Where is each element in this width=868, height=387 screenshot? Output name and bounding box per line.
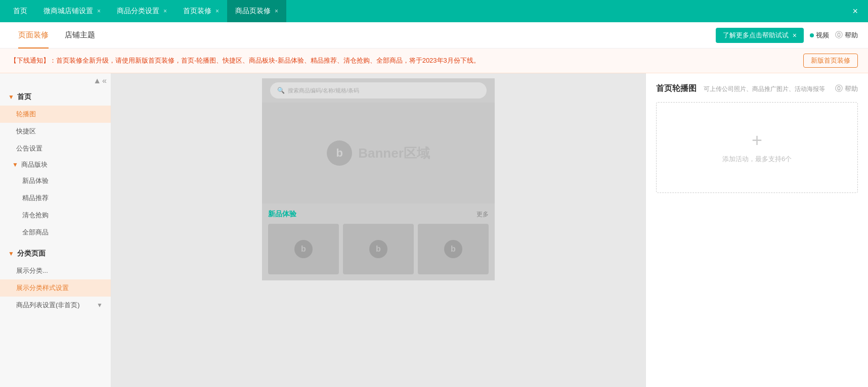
preview-products-section: 新品体验 更多 b b b <box>262 204 495 280</box>
section-arrow-home: ▼ <box>8 93 14 101</box>
section-arrow-category: ▼ <box>8 250 14 257</box>
product-icon-3: b <box>444 240 462 258</box>
subsection-arrow-product-blocks: ▼ <box>12 161 18 168</box>
sidebar-item-shortcuts[interactable]: 快捷区 <box>0 123 111 140</box>
tab-close-store-settings[interactable]: × <box>97 8 101 15</box>
notice-text: 【下线通知】：首页装修全新升级，请使用新版首页装修，首页-轮播图、快捷区、商品板… <box>10 56 480 65</box>
right-panel-header: 首页轮播图 可上传公司照片、商品推广图片、活动海报等 ⓪ 帮助 <box>656 83 858 94</box>
expand-icon: ▼ <box>97 302 103 309</box>
preview-search-input: 🔍 搜索商品编码/名称/规格/条码 <box>270 82 487 99</box>
product-icon-1: b <box>294 240 313 258</box>
video-link[interactable]: 视频 <box>810 31 829 40</box>
sidebar-item-new-experience[interactable]: 新品体验 <box>0 172 111 189</box>
tab-bar: 首页 微商城店铺设置 × 商品分类设置 × 首页装修 × 商品页装修 × × <box>0 0 868 22</box>
sidebar-item-carousel[interactable]: 轮播图 <box>0 106 111 123</box>
sidebar-item-announcement[interactable]: 公告设置 <box>0 140 111 157</box>
products-more: 更多 <box>476 210 489 219</box>
tab-category-settings[interactable]: 商品分类设置 × <box>109 0 175 22</box>
sidebar-item-product-list-settings[interactable]: 商品列表设置(非首页) ▼ <box>0 297 111 314</box>
preview-area: 🔍 搜索商品编码/名称/规格/条码 b Banner区域 新品体验 更多 <box>111 73 645 387</box>
help-link[interactable]: ⓪ 帮助 <box>835 30 858 40</box>
sub-tab-page-decor[interactable]: 页面装修 <box>10 22 57 49</box>
banner-logo-icon: b <box>327 140 352 166</box>
up-arrow-icon: ▲ <box>93 76 101 85</box>
add-plus-icon: + <box>752 131 762 150</box>
products-title: 新品体验 <box>268 210 296 219</box>
tab-close-product-decor[interactable]: × <box>275 8 278 15</box>
sidebar-collapse-button[interactable]: ▲ « <box>0 73 111 88</box>
sidebar-section-category[interactable]: ▼ 分类页面 <box>0 245 111 262</box>
help-circle-icon: ⓪ <box>835 84 843 93</box>
question-icon: ⓪ <box>835 30 843 40</box>
right-panel-title: 首页轮播图 <box>656 83 697 94</box>
product-icon-2: b <box>369 240 387 258</box>
main-layout: ▲ « ▼ 首页 轮播图 快捷区 公告设置 ▼ 商品版块 新品体验 精品推荐 清… <box>0 73 868 387</box>
sub-tab-right-actions: 了解更多点击帮助试试 × 视频 ⓪ 帮助 <box>716 28 858 43</box>
sidebar: ▲ « ▼ 首页 轮播图 快捷区 公告设置 ▼ 商品版块 新品体验 精品推荐 清… <box>0 73 111 387</box>
collapse-icon: « <box>102 76 107 85</box>
phone-preview: 🔍 搜索商品编码/名称/规格/条码 b Banner区域 新品体验 更多 <box>262 78 495 280</box>
product-card: b <box>343 224 414 274</box>
tab-home-decor[interactable]: 首页装修 × <box>175 0 227 22</box>
tab-close-home-decor[interactable]: × <box>215 8 219 15</box>
sidebar-section-home[interactable]: ▼ 首页 <box>0 88 111 106</box>
sidebar-item-show-category-style[interactable]: 展示分类样式设置 <box>0 279 111 297</box>
tab-product-decor[interactable]: 商品页装修 × <box>227 0 286 22</box>
sidebar-item-all-products[interactable]: 全部商品 <box>0 224 111 241</box>
sidebar-item-show-category[interactable]: 展示分类... <box>0 262 111 279</box>
new-version-button[interactable]: 新版首页装修 <box>803 54 858 68</box>
tab-close-category-settings[interactable]: × <box>163 8 167 15</box>
video-dot-icon <box>810 33 814 37</box>
preview-search-bar: 🔍 搜索商品编码/名称/规格/条码 <box>262 78 495 103</box>
right-panel-help[interactable]: ⓪ 帮助 <box>835 84 858 93</box>
sub-tab-store-theme[interactable]: 店铺主题 <box>57 22 103 49</box>
products-header: 新品体验 更多 <box>268 210 489 219</box>
preview-banner: b Banner区域 <box>262 103 495 204</box>
sidebar-subsection-product-blocks[interactable]: ▼ 商品版块 <box>0 157 111 172</box>
add-activity-box[interactable]: + 添加活动，最多支持6个 <box>656 102 858 193</box>
product-card: b <box>268 224 339 274</box>
banner-logo: b Banner区域 <box>327 140 430 166</box>
sub-tab-bar: 页面装修 店铺主题 了解更多点击帮助试试 × 视频 ⓪ 帮助 <box>0 22 868 49</box>
right-panel-subtitle: 可上传公司照片、商品推广图片、活动海报等 <box>704 85 825 93</box>
products-grid: b b b <box>268 224 489 274</box>
tab-home[interactable]: 首页 <box>5 0 35 22</box>
add-activity-label: 添加活动，最多支持6个 <box>722 155 792 164</box>
sidebar-item-featured[interactable]: 精品推荐 <box>0 189 111 207</box>
help-banner[interactable]: 了解更多点击帮助试试 × <box>716 28 804 43</box>
right-panel: 首页轮播图 可上传公司照片、商品推广图片、活动海报等 ⓪ 帮助 + 添加活动，最… <box>645 73 868 387</box>
sidebar-item-clearance[interactable]: 清仓抢购 <box>0 207 111 224</box>
tab-store-settings[interactable]: 微商城店铺设置 × <box>35 0 109 22</box>
notice-bar: 【下线通知】：首页装修全新升级，请使用新版首页装修，首页-轮播图、快捷区、商品板… <box>0 49 868 73</box>
help-banner-close[interactable]: × <box>793 31 797 39</box>
tab-bar-close-all[interactable]: × <box>847 6 863 17</box>
product-card: b <box>418 224 489 274</box>
help-banner-text: 了解更多点击帮助试试 <box>723 31 789 40</box>
